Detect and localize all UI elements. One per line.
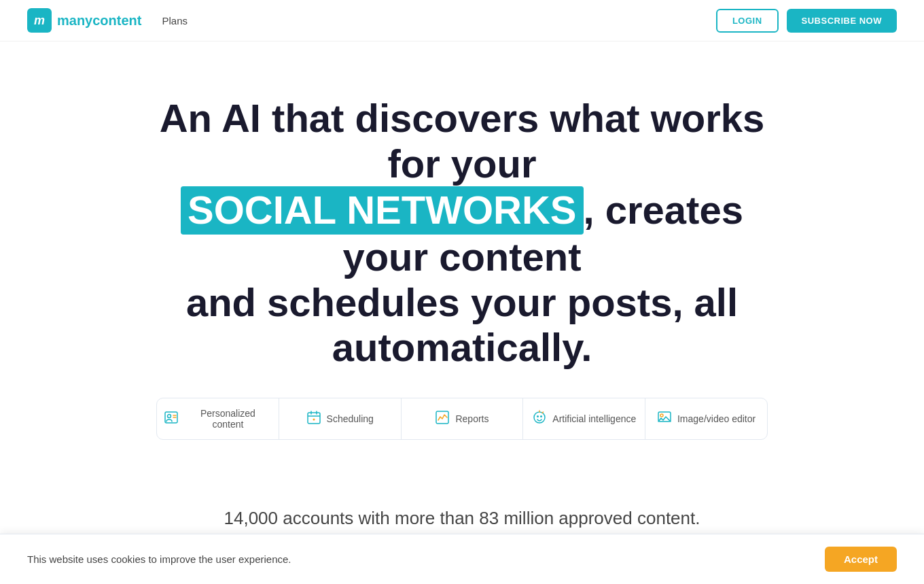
ai-label: Artificial intelligence [552, 413, 636, 424]
ai-icon [532, 410, 547, 428]
reports-label: Reports [455, 413, 488, 424]
tab-image-video-editor[interactable]: Image/video editor [645, 398, 767, 439]
logo-icon: m [27, 8, 52, 33]
svg-point-8 [313, 418, 315, 420]
svg-point-11 [537, 415, 539, 417]
subscribe-nav-button[interactable]: SUBSCRIBE NOW [787, 9, 897, 33]
login-button[interactable]: LOGIN [716, 9, 779, 33]
tab-reports[interactable]: Reports [402, 398, 524, 439]
hero-section: An AI that discovers what works for your… [0, 41, 924, 467]
accept-cookies-button[interactable]: Accept [825, 547, 897, 572]
hero-highlight: SOCIAL NETWORKS [181, 186, 584, 235]
hero-line3: and schedules your posts, all automatica… [186, 280, 738, 370]
stats-text: 14,000 accounts with more than 83 millio… [27, 508, 897, 529]
svg-point-16 [660, 414, 663, 417]
svg-rect-4 [308, 413, 320, 424]
cookie-text: This website uses cookies to improve the… [27, 553, 291, 565]
feature-tabs: Personalized content Scheduling [156, 398, 768, 440]
nav-left: m manycontent Plans [27, 8, 188, 33]
tab-personalized-content[interactable]: Personalized content [157, 398, 279, 439]
nav-right: LOGIN SUBSCRIBE NOW [716, 9, 897, 33]
hero-headline: An AI that discovers what works for your… [156, 96, 768, 371]
personalized-content-label: Personalized content [184, 408, 272, 430]
cookie-banner: This website uses cookies to improve the… [0, 534, 924, 584]
navbar: m manycontent Plans LOGIN SUBSCRIBE NOW [0, 0, 924, 41]
personalized-content-icon [164, 410, 179, 428]
svg-point-1 [168, 414, 171, 417]
scheduling-icon [306, 410, 321, 428]
svg-line-14 [542, 412, 544, 413]
logo-text: manycontent [57, 13, 141, 29]
plans-link[interactable]: Plans [162, 15, 188, 27]
tab-artificial-intelligence[interactable]: Artificial intelligence [523, 398, 645, 439]
hero-line1: An AI that discovers what works for your [160, 96, 765, 186]
logo[interactable]: m manycontent [27, 8, 141, 33]
svg-point-12 [540, 415, 542, 417]
scheduling-label: Scheduling [327, 413, 374, 424]
editor-icon [657, 410, 672, 428]
reports-icon [435, 410, 450, 428]
editor-label: Image/video editor [677, 413, 756, 424]
tab-scheduling[interactable]: Scheduling [279, 398, 402, 439]
